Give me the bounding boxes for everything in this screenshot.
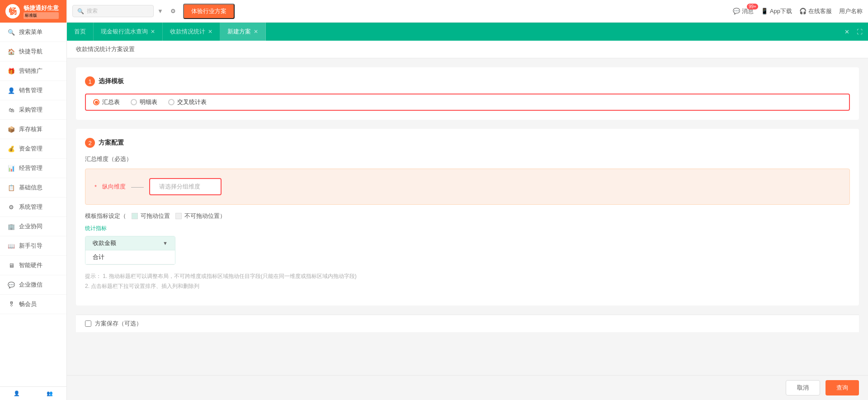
step1-section: 1 选择模板 汇总表 明细表 交叉统计表 — [76, 67, 859, 120]
header: 🔍 搜索 ▼ ⚙ 体验行业方案 💬 消息 99+ 📱 App下载 🎧 在线客服 … — [67, 0, 868, 23]
marketing-icon: 🎁 — [7, 67, 15, 75]
header-online-service[interactable]: 🎧 在线客服 — [799, 7, 832, 15]
template-options-box: 汇总表 明细表 交叉统计表 — [85, 94, 850, 111]
header-search-box[interactable]: 🔍 搜索 — [72, 5, 154, 17]
sidebar-item-sales[interactable]: 👤 销售管理 — [0, 81, 66, 100]
cancel-button[interactable]: 取消 — [786, 380, 820, 395]
config-subtitle: 汇总维度（必选） — [85, 155, 850, 163]
query-button[interactable]: 查询 — [826, 380, 859, 395]
smart-hw-icon: 🖥 — [7, 261, 15, 269]
sidebar-bottom-item1[interactable]: 👤 — [0, 387, 33, 400]
sidebar-item-system[interactable]: ⚙ 系统管理 — [0, 198, 66, 217]
business-icon: 📊 — [7, 164, 15, 172]
step2-section: 2 方案配置 汇总维度（必选） * 纵向维度 —— 请选择分组维度 — [76, 129, 859, 306]
hint-1: 提示： 1. 拖动标题栏可以调整布局，不可跨维度或指标区域拖动任目字段(只能在同… — [85, 272, 850, 282]
tab-bank-flow-close[interactable]: ✕ — [151, 28, 155, 35]
enterprise-icon: 🏢 — [7, 222, 15, 231]
dimension-area: * 纵向维度 —— 请选择分组维度 — [85, 169, 850, 205]
radio-cross-circle — [168, 99, 175, 105]
sidebar-item-basic-info[interactable]: 📋 基础信息 — [0, 178, 66, 198]
radio-summary[interactable]: 汇总表 — [93, 98, 120, 106]
header-message[interactable]: 💬 消息 99+ — [733, 7, 754, 15]
hint-2: 2. 点击标题栏下拉可设置排序、插入列和删除列 — [85, 282, 850, 292]
sidebar-item-search-menu[interactable]: 🔍 搜索菜单 — [0, 23, 66, 42]
sidebar-item-quick-nav[interactable]: 🏠 快捷导航 — [0, 42, 66, 61]
step1-title: 1 选择模板 — [85, 76, 850, 86]
tab-home[interactable]: 首页 — [67, 23, 94, 41]
dim-label: 纵向维度 — [102, 183, 126, 191]
sidebar-item-member[interactable]: 🎖 畅会员 — [0, 295, 66, 314]
header-search-icon: 🔍 — [77, 8, 84, 14]
step2-title: 2 方案配置 — [85, 138, 850, 148]
sidebar-bottom-item2[interactable]: 👥 — [33, 387, 67, 400]
dim-row: * 纵向维度 —— 请选择分组维度 — [94, 178, 840, 195]
logo-text: 畅捷通好生意 标准版 — [24, 4, 59, 19]
service-icon: 🎧 — [799, 8, 807, 14]
radio-detail[interactable]: 明细表 — [131, 98, 157, 106]
tabbar: 首页 现金银行流水查询 ✕ 收款情况统计 ✕ 新建方案 ✕ ✕ ⛶ — [67, 23, 868, 41]
indicator-table: 收款金额 ▼ 合计 — [85, 236, 175, 265]
dim-select-box[interactable]: 请选择分组维度 — [149, 178, 222, 195]
system-icon: ⚙ — [7, 203, 15, 211]
sales-icon: 👤 — [7, 86, 15, 94]
bottom-avatar2-icon: 👥 — [47, 391, 53, 396]
sidebar-item-marketing[interactable]: 🎁 营销推广 — [0, 61, 66, 81]
header-actions: 💬 消息 99+ 📱 App下载 🎧 在线客服 用户名称 — [733, 7, 863, 15]
tab-new-plan-close[interactable]: ✕ — [254, 28, 258, 35]
sidebar-item-business[interactable]: 📊 经营管理 — [0, 159, 66, 178]
sidebar-item-smart-hw[interactable]: 🖥 智能硬件 — [0, 256, 66, 275]
purchase-icon: 🛍 — [7, 106, 15, 114]
indicator-section: 模板指标设定（ 可拖动位置 不可拖动位置） 统计指标 — [85, 212, 850, 266]
radio-cross[interactable]: 交叉统计表 — [168, 98, 207, 106]
sidebar-item-enterprise[interactable]: 🏢 企业协同 — [0, 217, 66, 236]
radio-detail-circle — [131, 99, 137, 105]
header-trial-button[interactable]: 体验行业方案 — [183, 4, 235, 19]
indicator-col-chevron[interactable]: ▼ — [163, 240, 168, 246]
tab-close-all-btn[interactable]: ✕ — [843, 27, 851, 37]
inventory-icon: 📦 — [7, 125, 15, 133]
action-bar: 取消 查询 — [67, 375, 868, 400]
save-checkbox[interactable] — [85, 320, 91, 327]
sidebar: 畅 畅捷通好生意 标准版 🔍 搜索菜单 🏠 快捷导航 🎁 营销推广 👤 销售管理… — [0, 0, 67, 400]
guide-icon: 📖 — [7, 242, 15, 250]
hint-section: 提示： 1. 拖动标题栏可以调整布局，不可跨维度或指标区域拖动任目字段(只能在同… — [85, 266, 850, 296]
tab-collection-stat-close[interactable]: ✕ — [208, 28, 212, 35]
tab-maximize-btn[interactable]: ⛶ — [855, 27, 864, 37]
logo-icon: 畅 — [5, 4, 20, 19]
sidebar-item-guide[interactable]: 📖 新手引导 — [0, 236, 66, 256]
unmovable-toggle-box — [175, 213, 182, 219]
movable-toggle: 可拖动位置 — [132, 212, 170, 220]
content-area: 收款情况统计方案设置 1 选择模板 汇总表 明细表 — [67, 41, 868, 400]
header-app-download[interactable]: 📱 App下载 — [761, 7, 792, 15]
wechat-icon: 💬 — [7, 281, 15, 289]
content-breadcrumb: 收款情况统计方案设置 — [67, 41, 868, 58]
dim-arrow-icon: —— — [131, 183, 144, 190]
header-user: 用户名称 — [839, 7, 863, 15]
sidebar-item-finance[interactable]: 💰 资金管理 — [0, 139, 66, 159]
sidebar-item-inventory[interactable]: 📦 库存核算 — [0, 120, 66, 139]
finance-icon: 💰 — [7, 145, 15, 153]
header-dropdown-btn[interactable]: ▼ — [157, 8, 163, 14]
bottom-avatar1-icon: 👤 — [14, 391, 20, 396]
sidebar-item-purchase[interactable]: 🛍 采购管理 — [0, 100, 66, 120]
movable-toggle-box — [132, 213, 138, 219]
header-gear-btn[interactable]: ⚙ — [167, 5, 179, 18]
member-icon: 🎖 — [7, 300, 15, 308]
sidebar-item-wechat[interactable]: 💬 企业微信 — [0, 275, 66, 295]
message-icon: 💬 — [733, 8, 740, 14]
quick-nav-icon: 🏠 — [7, 47, 15, 56]
app-logo: 畅 畅捷通好生意 标准版 — [0, 0, 66, 23]
sidebar-bottom: 👤 👥 — [0, 386, 66, 400]
tab-new-plan[interactable]: 新建方案 ✕ — [220, 23, 266, 41]
indicator-col-header: 收款金额 ▼ — [85, 236, 175, 250]
indicator-row-total: 合计 — [85, 250, 175, 264]
tab-collection-stat[interactable]: 收款情况统计 ✕ — [163, 23, 220, 41]
tab-controls: ✕ ⛶ — [839, 23, 868, 41]
unmovable-toggle: 不可拖动位置） — [175, 212, 226, 220]
save-label: 方案保存（可选） — [95, 320, 142, 328]
tab-bank-flow[interactable]: 现金银行流水查询 ✕ — [94, 23, 163, 41]
basic-info-icon: 📋 — [7, 184, 15, 192]
sidebar-nav: 🔍 搜索菜单 🏠 快捷导航 🎁 营销推广 👤 销售管理 🛍 采购管理 📦 库存核… — [0, 23, 66, 386]
main-area: 🔍 搜索 ▼ ⚙ 体验行业方案 💬 消息 99+ 📱 App下载 🎧 在线客服 … — [67, 0, 868, 400]
indicator-header: 模板指标设定（ 可拖动位置 不可拖动位置） — [85, 212, 850, 220]
